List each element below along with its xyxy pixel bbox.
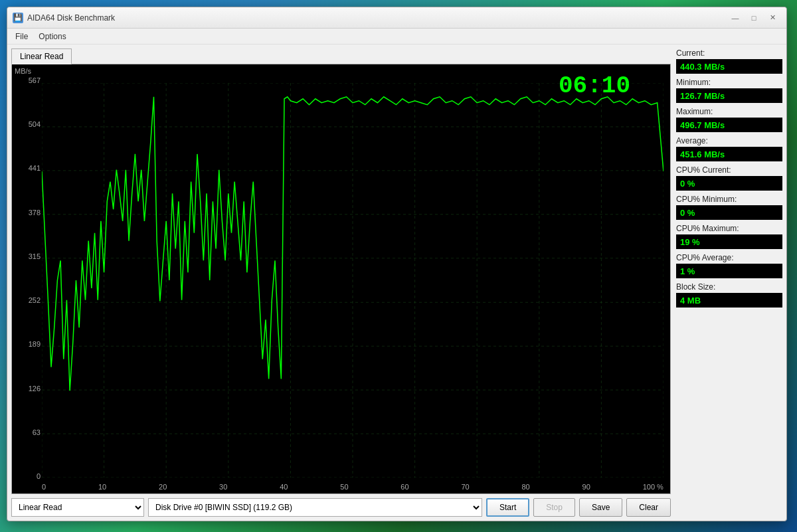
stop-button[interactable]: Stop (533, 498, 575, 517)
x-label-40: 40 (280, 483, 288, 491)
y-label-567: 567 (13, 76, 41, 84)
y-axis-labels: 567 504 441 378 315 252 189 126 63 0 (12, 64, 42, 493)
right-panel: Current: 440.3 MB/s Minimum: 126.7 MB/s … (676, 48, 782, 517)
block-size-value: 4 MB (676, 293, 782, 308)
cpu-current-label: CPU% Current: (676, 165, 782, 175)
tab-linear-read[interactable]: Linear Read (11, 48, 72, 64)
chart-svg (42, 83, 664, 478)
cpu-minimum-value: 0 % (676, 205, 782, 220)
maximize-button[interactable]: □ (745, 11, 762, 25)
menu-options[interactable]: Options (33, 31, 71, 43)
main-content: Linear Read MB/s 06:10 567 504 441 378 3… (7, 44, 786, 521)
chart-container: MB/s 06:10 567 504 441 378 315 252 189 1… (11, 64, 671, 494)
maximum-value: 496.7 MB/s (676, 118, 782, 132)
app-icon (13, 13, 23, 23)
average-value: 451.6 MB/s (676, 147, 782, 161)
y-label-315: 315 (13, 252, 41, 260)
test-type-dropdown[interactable]: Linear Read (11, 498, 144, 517)
x-label-10: 10 (98, 483, 106, 491)
minimum-value: 126.7 MB/s (676, 88, 782, 103)
block-size-label: Block Size: (676, 282, 782, 292)
x-axis-labels: 0 10 20 30 40 50 60 70 80 90 100 % (42, 483, 664, 491)
bottom-bar: Linear Read Disk Drive #0 [BIWIN SSD] (1… (11, 498, 671, 517)
average-label: Average: (676, 136, 782, 145)
x-label-90: 90 (582, 483, 590, 491)
stat-average: Average: 451.6 MB/s (676, 136, 782, 161)
stat-current: Current: 440.3 MB/s (676, 48, 782, 74)
y-label-126: 126 (13, 385, 41, 393)
stat-cpu-average: CPU% Average: 1 % (676, 253, 782, 278)
y-label-63: 63 (13, 428, 41, 436)
stat-minimum: Minimum: 126.7 MB/s (676, 78, 782, 103)
stat-block-size: Block Size: 4 MB (676, 282, 782, 308)
cpu-average-value: 1 % (676, 264, 782, 278)
clear-button[interactable]: Clear (626, 498, 671, 517)
tab-bar: Linear Read (11, 48, 671, 64)
y-label-252: 252 (13, 296, 41, 304)
maximum-label: Maximum: (676, 107, 782, 116)
current-label: Current: (676, 48, 782, 58)
cpu-current-value: 0 % (676, 176, 782, 191)
y-label-504: 504 (13, 120, 41, 128)
x-label-0: 0 (42, 483, 46, 491)
close-button[interactable]: ✕ (764, 11, 781, 25)
y-label-441: 441 (13, 164, 41, 172)
start-button[interactable]: Start (486, 498, 529, 517)
title-bar: AIDA64 Disk Benchmark — □ ✕ (7, 7, 786, 29)
stat-cpu-maximum: CPU% Maximum: 19 % (676, 224, 782, 249)
save-button[interactable]: Save (579, 498, 622, 517)
stat-cpu-current: CPU% Current: 0 % (676, 165, 782, 191)
menu-bar: File Options (7, 29, 786, 44)
window-controls: — □ ✕ (727, 11, 781, 25)
cpu-minimum-label: CPU% Minimum: (676, 195, 782, 204)
disk-dropdown[interactable]: Disk Drive #0 [BIWIN SSD] (119.2 GB) (148, 498, 482, 517)
stat-cpu-minimum: CPU% Minimum: 0 % (676, 195, 782, 220)
stat-maximum: Maximum: 496.7 MB/s (676, 107, 782, 132)
left-panel: Linear Read MB/s 06:10 567 504 441 378 3… (11, 48, 671, 517)
x-label-60: 60 (400, 483, 408, 491)
y-label-0: 0 (13, 472, 41, 480)
app-window: AIDA64 Disk Benchmark — □ ✕ File Options… (7, 7, 787, 521)
cpu-maximum-label: CPU% Maximum: (676, 224, 782, 233)
x-label-70: 70 (461, 483, 469, 491)
menu-file[interactable]: File (10, 31, 33, 43)
cpu-maximum-value: 19 % (676, 234, 782, 249)
minimize-button[interactable]: — (727, 11, 744, 25)
window-title: AIDA64 Disk Benchmark (27, 13, 727, 23)
x-label-100: 100 % (643, 483, 664, 491)
x-label-80: 80 (522, 483, 530, 491)
current-value: 440.3 MB/s (676, 59, 782, 74)
x-label-30: 30 (219, 483, 227, 491)
y-label-378: 378 (13, 209, 41, 217)
minimum-label: Minimum: (676, 78, 782, 87)
x-label-20: 20 (159, 483, 167, 491)
x-label-50: 50 (340, 483, 348, 491)
cpu-average-label: CPU% Average: (676, 253, 782, 262)
y-label-189: 189 (13, 340, 41, 348)
